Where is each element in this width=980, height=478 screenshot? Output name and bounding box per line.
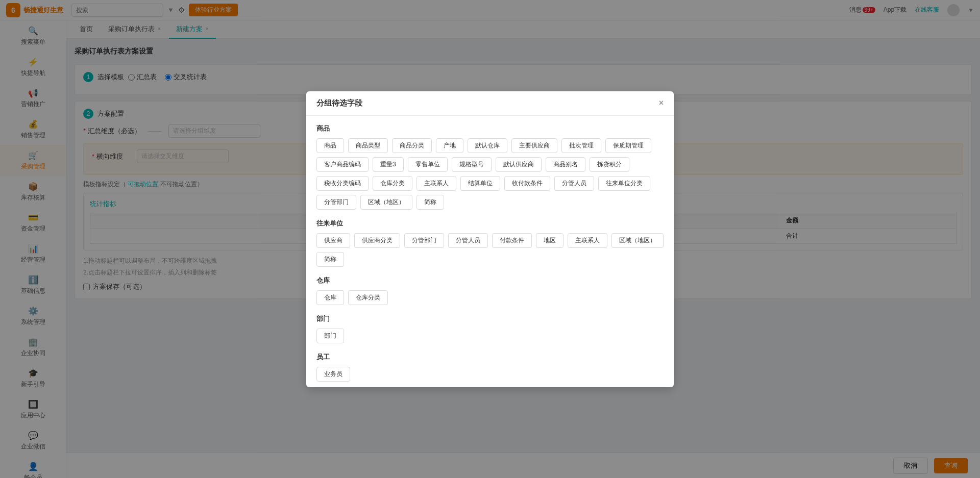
field-tag[interactable]: 区域（地区） (611, 233, 664, 248)
department-title: 部门 (316, 314, 664, 323)
employee-section: 员工 业务员 (316, 353, 664, 382)
field-tag[interactable]: 拣货积分 (590, 157, 629, 172)
department-fields: 部门 (316, 329, 664, 343)
goods-title: 商品 (316, 124, 664, 133)
modal-title: 分组待选字段 (316, 98, 362, 108)
field-tag[interactable]: 地区 (536, 233, 564, 248)
field-tag[interactable]: 简称 (416, 195, 444, 210)
field-tag[interactable]: 简称 (316, 252, 344, 267)
field-tag[interactable]: 主联系人 (568, 233, 607, 248)
field-tag[interactable]: 主要供应商 (511, 138, 557, 153)
department-section: 部门 部门 (316, 314, 664, 343)
field-tag[interactable]: 主联系人 (416, 176, 456, 191)
field-tag[interactable]: 分管部门 (316, 195, 356, 210)
partner-title: 往来单位 (316, 219, 664, 228)
field-tag[interactable]: 结算单位 (460, 176, 500, 191)
warehouse-fields: 仓库 仓库分类 (316, 290, 664, 305)
field-tag[interactable]: 零售单位 (408, 157, 448, 172)
field-tag[interactable]: 保质期管理 (605, 138, 651, 153)
modal: 分组待选字段 × 商品 商品 商品类型 商品分类 产地 默认仓库 主要供应商 批… (306, 91, 674, 387)
modal-overlay[interactable]: 分组待选字段 × 商品 商品 商品类型 商品分类 产地 默认仓库 主要供应商 批… (0, 0, 980, 478)
partner-section: 往来单位 供应商 供应商分类 分管部门 分管人员 付款条件 地区 主联系人 区域… (316, 219, 664, 267)
field-tag[interactable]: 部门 (316, 329, 344, 343)
field-tag[interactable]: 付款条件 (492, 233, 532, 248)
field-tag[interactable]: 商品 (316, 138, 344, 153)
field-tag[interactable]: 仓库分类 (373, 176, 412, 191)
modal-close-button[interactable]: × (659, 98, 664, 108)
field-tag[interactable]: 税收分类编码 (316, 176, 369, 191)
field-tag[interactable]: 商品别名 (546, 157, 585, 172)
field-tag[interactable]: 分管人员 (448, 233, 488, 248)
field-tag[interactable]: 收付款条件 (504, 176, 550, 191)
goods-section: 商品 商品 商品类型 商品分类 产地 默认仓库 主要供应商 批次管理 保质期管理… (316, 124, 664, 210)
field-tag[interactable]: 仓库分类 (348, 290, 388, 305)
field-tag[interactable]: 默认仓库 (468, 138, 507, 153)
field-tag[interactable]: 供应商分类 (354, 233, 400, 248)
partner-fields: 供应商 供应商分类 分管部门 分管人员 付款条件 地区 主联系人 区域（地区） … (316, 233, 664, 267)
field-tag[interactable]: 分管部门 (404, 233, 444, 248)
warehouse-section: 仓库 仓库 仓库分类 (316, 276, 664, 305)
employee-fields: 业务员 (316, 367, 664, 382)
modal-header: 分组待选字段 × (306, 91, 674, 116)
field-tag[interactable]: 供应商 (316, 233, 350, 248)
employee-title: 员工 (316, 353, 664, 362)
field-tag[interactable]: 客户商品编码 (316, 157, 369, 172)
field-tag[interactable]: 商品分类 (392, 138, 432, 153)
field-tag[interactable]: 仓库 (316, 290, 344, 305)
field-tag[interactable]: 规格型号 (452, 157, 492, 172)
field-tag[interactable]: 商品类型 (348, 138, 388, 153)
field-tag[interactable]: 业务员 (316, 367, 350, 382)
field-tag[interactable]: 产地 (436, 138, 463, 153)
warehouse-title: 仓库 (316, 276, 664, 285)
modal-body: 商品 商品 商品类型 商品分类 产地 默认仓库 主要供应商 批次管理 保质期管理… (306, 116, 674, 387)
field-tag[interactable]: 区域（地区） (360, 195, 412, 210)
field-tag[interactable]: 重量3 (373, 157, 404, 172)
field-tag[interactable]: 默认供应商 (496, 157, 542, 172)
field-tag[interactable]: 批次管理 (561, 138, 601, 153)
goods-fields: 商品 商品类型 商品分类 产地 默认仓库 主要供应商 批次管理 保质期管理 客户… (316, 138, 664, 210)
field-tag[interactable]: 分管人员 (554, 176, 594, 191)
field-tag[interactable]: 往来单位分类 (598, 176, 650, 191)
